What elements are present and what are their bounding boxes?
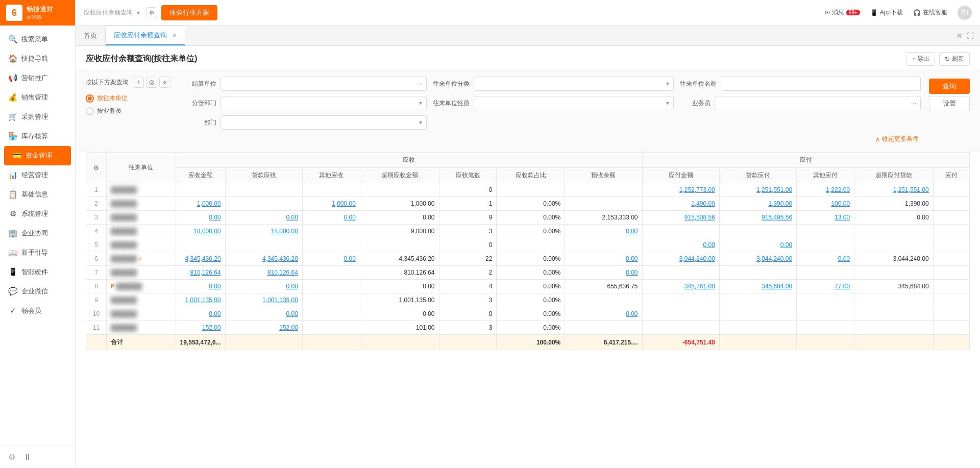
online-service-button[interactable]: 🎧 在线客服 [913, 8, 947, 17]
app-name: 畅捷通财 [27, 5, 53, 14]
row-ar-loan[interactable]: 0.00 [225, 211, 302, 225]
edit-scheme-btn[interactable]: ◎ [146, 77, 157, 88]
department-input[interactable]: ▾ [220, 115, 427, 130]
refresh-button[interactable]: ↻ 刷新 [939, 52, 970, 66]
row-ar-loan[interactable]: 810,126.64 [225, 266, 302, 280]
row-ap-extra [933, 211, 969, 225]
export-button[interactable]: ↑ 导出 [906, 52, 935, 66]
sidebar-item-member[interactable]: ✓ 畅会员 [0, 301, 75, 321]
ar-ratio-header: 应收款占比 [497, 168, 565, 183]
row-ar-amount[interactable]: 18,000.00 [176, 225, 225, 238]
row-ar-loan[interactable]: 1,001,135.00 [225, 293, 302, 307]
tab-bar: 首页 应收应付余额查询 ✕ ✕ ⛶ [76, 26, 980, 46]
row-ap-loan[interactable]: 0.00 [719, 238, 796, 252]
row-ar-amount[interactable]: 4,345,436.20 [176, 252, 225, 266]
option-by-staff[interactable]: 按业务员 [86, 107, 178, 115]
row-ap-loan[interactable]: 1,390.00 [719, 197, 796, 211]
sidebar-item-hardware[interactable]: 📱 智能硬件 [0, 262, 75, 282]
row-ar-amount[interactable]: 0.00 [176, 307, 225, 321]
row-ar-prepaid[interactable]: 0.00 [565, 225, 642, 238]
sidebar-item-marketing[interactable]: 📢 营销推广 [0, 68, 75, 88]
messages-button[interactable]: ✉ 消息 99+ [825, 8, 860, 17]
unit-nature-input[interactable]: ▾ [474, 96, 674, 110]
settings-bottom-icon[interactable]: ⚙ [8, 452, 15, 462]
row-ap-amount[interactable]: 3,044,240.00 [642, 252, 719, 266]
row-ar-other[interactable]: 1,000.00 [302, 197, 360, 211]
row-ar-loan[interactable]: 18,000.00 [225, 225, 302, 238]
row-ar-amount[interactable]: 0.00 [176, 211, 225, 225]
row-ap-amount[interactable]: 1,252,773.00 [642, 183, 719, 197]
settings-button[interactable]: 设置 [929, 96, 970, 111]
row-ar-other[interactable]: 0.00 [302, 252, 360, 266]
row-ar-count: 3 [439, 225, 497, 238]
sidebar-item-search-menu[interactable]: 🔍 搜索菜单 [0, 30, 75, 49]
option-by-unit[interactable]: 按往来单位 [86, 94, 178, 103]
solution-button[interactable]: 体验行业方案 [161, 5, 217, 20]
row-ar-amount[interactable]: 1,001,135.00 [176, 293, 225, 307]
row-ap-other[interactable]: 13.00 [797, 211, 854, 225]
hardware-icon: 📱 [8, 267, 17, 277]
salesman-input[interactable]: ··· [715, 96, 921, 110]
row-ar-prepaid[interactable]: 0.00 [565, 252, 642, 266]
row-ar-amount[interactable]: 152.00 [176, 321, 225, 335]
row-ap-amount[interactable]: 915,508.56 [642, 211, 719, 225]
row-ar-loan[interactable]: 0.00 [225, 280, 302, 293]
row-ar-amount[interactable]: 0.00 [176, 280, 225, 293]
row-ar-loan[interactable]: 0.00 [225, 307, 302, 321]
sidebar-item-system[interactable]: ⚙ 系统管理 [0, 204, 75, 224]
sidebar-item-label: 快捷导航 [21, 54, 48, 63]
sidebar-item-guide[interactable]: 📖 新手引导 [0, 243, 75, 262]
sidebar-item-operation[interactable]: 📊 经营管理 [0, 165, 75, 185]
row-ar-amount[interactable]: 1,000.00 [176, 197, 225, 211]
row-ap-other[interactable]: 0.00 [797, 252, 854, 266]
dept-input[interactable]: ▾ [220, 96, 427, 110]
tab-close-window-icon[interactable]: ✕ [957, 32, 963, 40]
sidebar-item-quick-nav[interactable]: 🏠 快捷导航 [0, 49, 75, 68]
collapse-sidebar-icon[interactable]: ⏸ [23, 453, 32, 462]
row-ap-loan[interactable]: 915,495.56 [719, 211, 796, 225]
collapse-btn[interactable]: ∧ 收起更多条件 [186, 133, 921, 145]
row-ap-amount[interactable]: 345,761.00 [642, 280, 719, 293]
row-ar-loan[interactable]: 4,345,436.20 [225, 252, 302, 266]
add-scheme-btn[interactable]: + [133, 77, 144, 88]
row-ar-other[interactable]: 0.00 [302, 211, 360, 225]
sidebar-item-purchase[interactable]: 🛒 采购管理 [0, 107, 75, 127]
row-ap-other[interactable]: 100.00 [797, 197, 854, 211]
unit-category-input[interactable]: ▾ [474, 77, 674, 91]
row-num: 9 [86, 293, 107, 307]
row-ap-other[interactable]: 77.00 [797, 280, 854, 293]
row-ap-amount[interactable]: 1,490.00 [642, 197, 719, 211]
header-gear-btn[interactable]: ⚙ [146, 7, 157, 18]
more-scheme-btn[interactable]: « [159, 77, 170, 88]
tab-home[interactable]: 首页 [76, 26, 106, 45]
row-ap-other[interactable]: 1,222.00 [797, 183, 854, 197]
row-ar-prepaid[interactable]: 0.00 [565, 307, 642, 321]
row-ap-loan[interactable]: 3,044,240.00 [719, 252, 796, 266]
sidebar-item-inventory[interactable]: 🏪 库存核算 [0, 127, 75, 146]
query-button[interactable]: 查询 [929, 79, 970, 94]
row-ar-loan[interactable]: 152.00 [225, 321, 302, 335]
row-ar-prepaid[interactable]: 0.00 [565, 266, 642, 280]
basic-info-icon: 📋 [8, 190, 17, 199]
sidebar-item-capital[interactable]: 💳 资金管理 [4, 146, 71, 165]
sidebar-item-enterprise[interactable]: 🏢 企业协同 [0, 224, 75, 243]
unit-name-input[interactable] [721, 77, 921, 91]
sidebar-item-sales[interactable]: 💰 销售管理 [0, 88, 75, 107]
user-avatar[interactable]: Rit [958, 6, 972, 20]
app-download-button[interactable]: 📱 App下载 [870, 8, 903, 17]
row-ap-loan[interactable]: 1,251,551.00 [719, 183, 796, 197]
sidebar-item-wechat[interactable]: 💬 企业微信 [0, 282, 75, 301]
tab-close-icon[interactable]: ✕ [172, 32, 177, 39]
home-tab-label: 首页 [84, 31, 97, 40]
member-icon: ✓ [8, 306, 17, 315]
table-container: ⚙ 往来单位 应收 应付 应收金额 贷款应收 其他应收 超期应收金额 应收笔数 … [76, 152, 980, 360]
row-ar-amount[interactable]: 810,126.64 [176, 266, 225, 280]
sidebar-item-basic-info[interactable]: 📋 基础信息 [0, 185, 75, 204]
tab-expand-icon[interactable]: ⛶ [967, 32, 974, 40]
table-settings-icon-header[interactable]: ⚙ [86, 153, 107, 183]
row-ap-amount[interactable]: 0.00 [642, 238, 719, 252]
settlement-unit-input[interactable]: ··· [220, 77, 427, 91]
tab-ar-ap[interactable]: 应收应付余额查询 ✕ [106, 26, 185, 45]
row-ap-loan[interactable]: 345,684.00 [719, 280, 796, 293]
row-ap-overdue[interactable]: 1,251,551.00 [854, 183, 934, 197]
